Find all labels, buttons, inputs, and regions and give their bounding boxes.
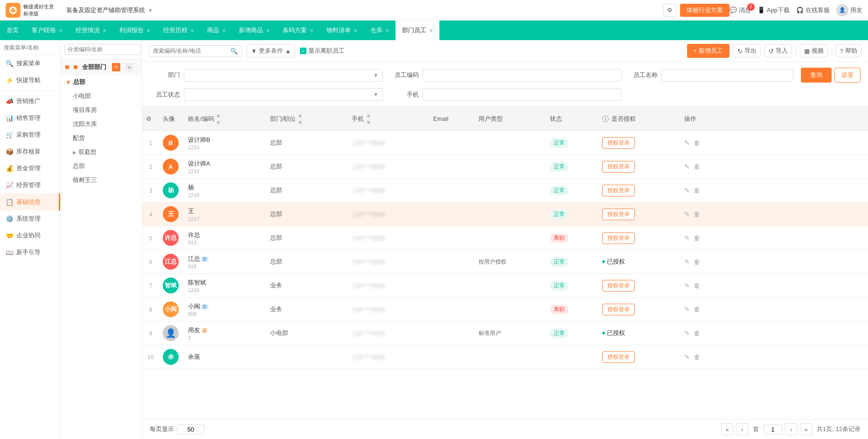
dept-tree-item-shenyang[interactable]: 沈阳大库 (61, 117, 142, 131)
edit-icon[interactable]: ✎ (684, 329, 690, 337)
auth-login-button[interactable]: 授权登录 (602, 351, 635, 363)
tab-home[interactable]: 首页 (0, 21, 25, 40)
show-inactive-checkbox[interactable]: ✓ 显示离职员工 (300, 47, 345, 55)
auth-login-button[interactable]: 授权登录 (602, 137, 635, 149)
dept-tree-item-shuangting[interactable]: ▶ 双庭想 (61, 145, 142, 159)
sidebar-item-search[interactable]: 🔍 搜索菜单 (0, 55, 60, 72)
tab-operation[interactable]: 经营情况 ✕ (69, 21, 113, 40)
close-icon[interactable]: ✕ (429, 28, 433, 33)
dept-collapse-icon[interactable]: « (125, 63, 133, 71)
import-button[interactable]: ↺ 导入 (764, 44, 792, 57)
auth-login-button[interactable]: 授权登录 (602, 161, 635, 173)
status-filter-select[interactable]: ▼ (184, 88, 383, 101)
delete-icon[interactable]: 🗑 (694, 353, 700, 361)
tab-barcode[interactable]: 条码方案 ✕ (276, 21, 320, 40)
tab-add-goods[interactable]: 新增商品 ✕ (232, 21, 276, 40)
tab-goods[interactable]: 商品 ✕ (201, 21, 232, 40)
trial-button[interactable]: 体验行业方案 (680, 4, 729, 17)
more-filter-button[interactable]: ▼ 更多条件 ▲ (247, 44, 295, 57)
tab-history[interactable]: 经营历程 ✕ (157, 21, 201, 40)
edit-icon[interactable]: ✎ (684, 210, 690, 218)
sidebar-item-quicknav[interactable]: ⚡ 快捷导航 (0, 72, 60, 89)
phone-filter-input[interactable] (423, 88, 622, 101)
employee-search-icon[interactable]: 🔍 (230, 48, 238, 55)
sidebar-item-marketing[interactable]: 📣 营销推广 (0, 93, 60, 110)
tab-profit[interactable]: 利润报告 ✕ (113, 21, 157, 40)
app-download-button[interactable]: 📱 App下载 (757, 6, 790, 14)
tab-bom[interactable]: 物料清单 ✕ (320, 21, 364, 40)
employee-search-input[interactable] (153, 48, 228, 54)
first-page-button[interactable]: « (721, 423, 733, 435)
sidebar-item-collab[interactable]: 🤝 企业协同 (0, 227, 60, 244)
edit-icon[interactable]: ✎ (684, 306, 690, 313)
dept-tree-item-general2[interactable]: 总部 (61, 159, 142, 173)
help-button[interactable]: ? 帮助 (836, 44, 861, 57)
sidebar-item-system[interactable]: ⚙️ 系统管理 (0, 210, 60, 227)
dept-tree-item-xiaodibu[interactable]: 小电部 (61, 89, 142, 103)
auth-login-button[interactable]: 授权登录 (602, 209, 635, 220)
sidebar-search-input[interactable] (4, 44, 61, 51)
online-service-button[interactable]: 🎧 在线客服 (796, 6, 830, 14)
dept-tree-item-zhishu[interactable]: 植树王三 (61, 173, 142, 187)
close-icon[interactable]: ✕ (310, 28, 313, 33)
view-button[interactable]: ▦ 视频 (800, 44, 828, 57)
delete-icon[interactable]: 🗑 (694, 210, 700, 218)
empcode-filter-input[interactable] (423, 69, 622, 82)
user-menu[interactable]: 👤 用友 (836, 4, 862, 16)
auth-login-button[interactable]: 授权登录 (602, 280, 635, 292)
close-icon[interactable]: ✕ (146, 28, 150, 33)
dept-tree-group-general[interactable]: ▼ 总部 (61, 75, 142, 89)
tab-warehouse[interactable]: 仓库 ✕ (364, 21, 396, 40)
sidebar-item-guide[interactable]: 📖 新手引导 (0, 244, 60, 261)
edit-icon[interactable]: ✎ (684, 258, 690, 265)
delete-icon[interactable]: 🗑 (694, 329, 700, 337)
dept-edit-icon[interactable]: ✎ (112, 63, 120, 71)
next-page-button[interactable]: › (785, 423, 797, 435)
edit-icon[interactable]: ✎ (684, 139, 690, 146)
sidebar-item-basicinfo[interactable]: 📋 基础信息 (0, 194, 60, 210)
close-icon[interactable]: ✕ (222, 28, 226, 33)
auth-login-button[interactable]: 授权登录 (602, 232, 635, 244)
table-settings-icon[interactable]: ⚙ (146, 115, 152, 122)
dept-filter-select[interactable]: ▼ (184, 69, 383, 82)
delete-icon[interactable]: 🗑 (694, 282, 700, 289)
close-icon[interactable]: ✕ (266, 28, 270, 33)
edit-icon[interactable]: ✎ (684, 163, 690, 170)
prev-page-button[interactable]: ‹ (736, 423, 748, 435)
last-page-button[interactable]: » (800, 423, 812, 435)
sidebar-item-purchase[interactable]: 🛒 采购管理 (0, 126, 60, 143)
dept-search-input[interactable] (64, 44, 141, 55)
delete-icon[interactable]: 🗑 (694, 258, 700, 265)
sidebar-item-operation[interactable]: 📈 经营管理 (0, 177, 60, 194)
delete-icon[interactable]: 🗑 (694, 163, 700, 170)
tab-employee[interactable]: 部门员工 ✕ (396, 21, 439, 40)
auth-login-button[interactable]: 授权登录 (602, 304, 635, 315)
sidebar-item-inventory[interactable]: 📦 库存核算 (0, 143, 60, 160)
sidebar-item-finance[interactable]: 💰 资金管理 (0, 160, 60, 177)
close-icon[interactable]: ✕ (190, 28, 194, 33)
page-number-input[interactable] (764, 425, 782, 434)
export-button[interactable]: ↻ 导出 (733, 44, 761, 57)
page-size-input[interactable] (177, 425, 205, 434)
sidebar-item-sales[interactable]: 📊 销售管理 (0, 110, 60, 126)
edit-icon[interactable]: ✎ (684, 187, 690, 194)
notification-button[interactable]: 💬 消息 5 (729, 6, 751, 14)
close-icon[interactable]: ✕ (103, 28, 106, 33)
filter-setting-button[interactable]: 设置 (834, 68, 861, 83)
close-icon[interactable]: ✕ (385, 28, 389, 33)
empname-filter-input[interactable] (661, 69, 793, 82)
settings-button[interactable]: ⚙ (663, 4, 676, 17)
edit-icon[interactable]: ✎ (684, 353, 690, 361)
auth-login-button[interactable]: 授权登录 (602, 185, 635, 196)
delete-icon[interactable]: 🗑 (694, 139, 700, 146)
query-button[interactable]: 查询 (801, 68, 832, 83)
tab-customer[interactable]: 客户联络 ✕ (25, 21, 69, 40)
close-icon[interactable]: ✕ (59, 28, 62, 33)
edit-icon[interactable]: ✎ (684, 234, 690, 242)
delete-icon[interactable]: 🗑 (694, 187, 700, 194)
delete-icon[interactable]: 🗑 (694, 234, 700, 242)
dept-tree-item-distribution[interactable]: 配货 (61, 131, 142, 145)
close-icon[interactable]: ✕ (354, 28, 357, 33)
edit-icon[interactable]: ✎ (684, 282, 690, 289)
add-employee-button[interactable]: + 新增员工 (687, 44, 729, 58)
